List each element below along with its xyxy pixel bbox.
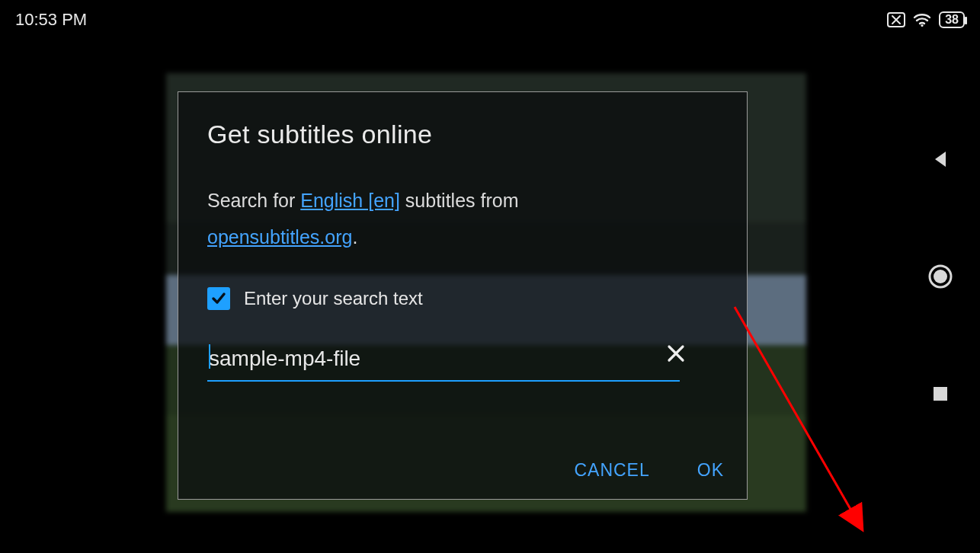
cancel-button[interactable]: CANCEL	[571, 456, 652, 485]
get-subtitles-dialog: Get subtitles online Search for English …	[178, 91, 748, 500]
triangle-back-icon	[930, 149, 950, 169]
nav-recent-button[interactable]	[927, 381, 953, 407]
search-text-checkbox-row: Enter your search text	[207, 287, 718, 310]
clear-search-button[interactable]	[663, 340, 689, 366]
clock-time: 10:53 PM	[15, 10, 87, 30]
status-bar: 10:53 PM 38	[15, 9, 965, 30]
ok-button[interactable]: OK	[694, 456, 727, 485]
square-recent-icon	[931, 385, 950, 403]
svg-rect-4	[934, 387, 947, 401]
navigation-rail	[918, 3, 963, 550]
content-area: Get subtitles online Search for English …	[3, 34, 916, 550]
body-text-prefix: Search for	[207, 190, 300, 211]
search-text-checkbox[interactable]	[207, 287, 230, 310]
body-text-middle: subtitles from	[400, 190, 519, 211]
source-link[interactable]: opensubtitles.org	[207, 226, 352, 248]
dialog-body-text: Search for English [en] subtitles from o…	[207, 183, 718, 255]
dialog-title: Get subtitles online	[207, 120, 718, 149]
search-input-row	[207, 342, 718, 382]
checkmark-icon	[210, 290, 227, 307]
nav-home-button[interactable]	[927, 264, 953, 289]
search-text-checkbox-label: Enter your search text	[244, 288, 423, 309]
circle-home-icon	[927, 264, 953, 289]
nav-back-button[interactable]	[927, 146, 953, 172]
dialog-actions: CANCEL OK	[571, 456, 727, 485]
text-caret	[209, 344, 210, 369]
language-link[interactable]: English [en]	[300, 190, 400, 211]
device-frame: 10:53 PM 38 Get subtitles online Search	[0, 0, 980, 553]
close-in-box-icon	[887, 12, 905, 27]
svg-point-3	[934, 270, 947, 283]
search-input[interactable]	[207, 342, 680, 382]
clear-x-icon	[665, 343, 687, 364]
body-text-suffix: .	[352, 226, 357, 248]
